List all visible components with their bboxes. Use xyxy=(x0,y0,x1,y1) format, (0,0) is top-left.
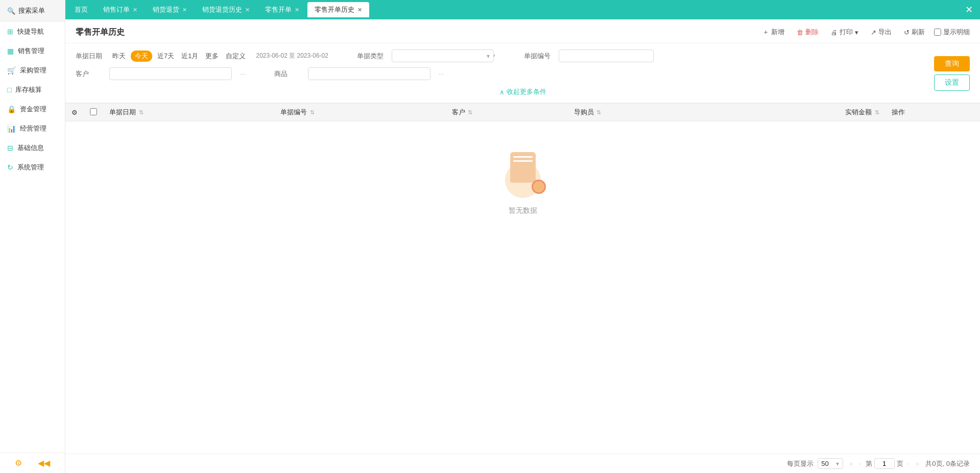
date-range-display: 2023-06-02 至 2023-06-02 xyxy=(256,52,328,60)
col-customer: 客户 ⇅ xyxy=(446,104,568,121)
sidebar-item-label: 销售管理 xyxy=(18,46,44,56)
prev-page-button[interactable]: ‹ xyxy=(857,459,863,468)
operations-icon: 📊 xyxy=(7,125,16,133)
date-btn-custom[interactable]: 自定义 xyxy=(224,51,248,62)
sidebar-item-finance[interactable]: 🔒 资金管理 xyxy=(0,99,65,119)
goods-dots-btn[interactable]: ··· xyxy=(439,70,444,78)
page-suffix: 页 xyxy=(897,459,903,468)
tab-retail-open-history-close[interactable]: ✕ xyxy=(357,7,362,13)
type-select[interactable] xyxy=(392,49,494,62)
empty-state: 暂无数据 xyxy=(65,121,980,246)
col-date: 单据日期 ⇅ xyxy=(103,104,274,121)
quick-nav-icon: ⊞ xyxy=(7,28,13,36)
sidebar-item-label: 快捷导航 xyxy=(17,27,44,36)
inventory-icon: □ xyxy=(7,86,11,94)
date-btn-today[interactable]: 今天 xyxy=(131,51,152,62)
date-btn-yesterday[interactable]: 昨天 xyxy=(110,51,128,62)
add-button[interactable]: ＋ 新增 xyxy=(759,26,787,39)
tab-sales-return-history-label: 销货退货历史 xyxy=(202,5,242,14)
collapse-filter-btn[interactable]: ∧ 收起更多条件 xyxy=(499,87,546,96)
tab-sales-return-close[interactable]: ✕ xyxy=(182,7,187,13)
total-info: 共0页, 0条记录 xyxy=(925,459,970,468)
sidebar-item-quick-nav[interactable]: ⊞ 快捷导航 xyxy=(0,22,65,41)
tab-retail-open[interactable]: 零售开单 ✕ xyxy=(258,2,306,17)
tab-retail-open-history[interactable]: 零售开单历史 ✕ xyxy=(307,2,369,17)
sidebar-search-btn[interactable]: 🔍 搜索采单 xyxy=(0,0,65,22)
tab-bar: 首页 销售订单 ✕ 销货退货 ✕ 销货退货历史 ✕ 零售开单 ✕ 零售开单历史 … xyxy=(65,0,980,19)
sidebar-bottom: ⚙ ◀◀ xyxy=(0,453,65,473)
action-buttons: 查询 设置 xyxy=(934,56,970,91)
sidebar-item-sales-mgmt[interactable]: ▦ 销售管理 xyxy=(0,41,65,61)
col-number-sort-icon[interactable]: ⇅ xyxy=(310,109,315,115)
sidebar-item-label: 系统管理 xyxy=(17,163,44,172)
tab-sales-order[interactable]: 销售订单 ✕ xyxy=(96,2,145,17)
collapse-sidebar-icon[interactable]: ◀◀ xyxy=(38,458,50,468)
sidebar-item-label: 采购管理 xyxy=(20,66,46,75)
tab-home[interactable]: 首页 xyxy=(67,2,95,17)
customer-dots-btn[interactable]: ··· xyxy=(240,70,246,78)
date-btn-7days[interactable]: 近7天 xyxy=(155,51,176,62)
sidebar-item-inventory[interactable]: □ 库存核算 xyxy=(0,80,65,99)
tab-sales-return-history[interactable]: 销货退货历史 ✕ xyxy=(195,2,257,17)
first-page-button[interactable]: « xyxy=(847,459,855,468)
empty-icon-document xyxy=(510,152,536,183)
empty-icon-magnify xyxy=(532,180,546,194)
collapse-up-icon: ∧ xyxy=(499,88,505,96)
empty-text: 暂无数据 xyxy=(509,206,537,215)
sidebar-item-purchase-mgmt[interactable]: 🛒 采购管理 xyxy=(0,61,65,80)
sales-icon: ▦ xyxy=(7,47,14,55)
display-label: 显示明细 xyxy=(943,28,970,37)
sidebar-item-label: 经营管理 xyxy=(20,124,46,133)
export-button[interactable]: ↗ 导出 xyxy=(868,26,895,39)
display-toggle[interactable]: 显示明细 xyxy=(934,28,970,37)
filter-area: 单据日期 昨天 今天 近7天 近1月 更多 自定义 2023-06-02 至 2… xyxy=(65,43,980,103)
page-label: 第 xyxy=(866,459,872,468)
date-btn-1month[interactable]: 近1月 xyxy=(179,51,200,62)
window-close-button[interactable]: ✕ xyxy=(960,4,978,15)
tab-sales-return-history-close[interactable]: ✕ xyxy=(245,7,250,13)
tab-sales-order-close[interactable]: ✕ xyxy=(133,7,137,13)
select-all-checkbox[interactable] xyxy=(90,108,97,115)
tab-retail-open-close[interactable]: ✕ xyxy=(295,7,299,13)
sidebar-item-basic-info[interactable]: ⊟ 基础信息 xyxy=(0,138,65,158)
tab-sales-return[interactable]: 销货退货 ✕ xyxy=(146,2,194,17)
tab-sales-return-label: 销货退货 xyxy=(153,5,179,14)
col-guide-sort-icon[interactable]: ⇅ xyxy=(596,109,601,115)
refresh-button[interactable]: ↺ 刷新 xyxy=(901,26,928,39)
type-filter-label: 单据类型 xyxy=(357,52,384,61)
delete-button[interactable]: 🗑 删除 xyxy=(794,26,822,39)
refresh-icon: ↺ xyxy=(904,29,910,36)
next-page-button[interactable]: › xyxy=(905,459,912,468)
per-page-select[interactable]: 10 20 50 100 xyxy=(818,458,843,469)
refresh-label: 刷新 xyxy=(912,28,925,37)
settings-button[interactable]: 设置 xyxy=(934,74,970,91)
tab-home-label: 首页 xyxy=(75,5,88,14)
sidebar-item-system[interactable]: ↻ 系统管理 xyxy=(0,158,65,177)
table-checkbox-header xyxy=(84,104,103,121)
sidebar-item-operations[interactable]: 📊 经营管理 xyxy=(0,119,65,138)
col-amount-sort-icon[interactable]: ⇅ xyxy=(875,109,879,115)
system-icon: ↻ xyxy=(7,163,13,171)
customer-input[interactable] xyxy=(109,67,232,80)
last-page-button[interactable]: » xyxy=(914,459,921,468)
number-input[interactable] xyxy=(559,49,654,62)
col-date-sort-icon[interactable]: ⇅ xyxy=(139,109,144,115)
header-actions: ＋ 新增 🗑 删除 🖨 打印 ▾ ↗ 导出 ↺ 刷新 xyxy=(759,26,970,39)
goods-filter-label: 商品 xyxy=(274,69,300,79)
print-dropdown-icon: ▾ xyxy=(855,29,858,36)
settings-gear-icon[interactable]: ⚙ xyxy=(15,458,22,468)
number-filter-label: 单据编号 xyxy=(524,52,551,61)
export-icon: ↗ xyxy=(871,29,876,36)
delete-label: 删除 xyxy=(805,28,819,37)
date-btn-more[interactable]: 更多 xyxy=(203,51,221,62)
col-customer-sort-icon[interactable]: ⇅ xyxy=(468,109,472,115)
col-actions: 操作 xyxy=(886,104,980,121)
display-checkbox[interactable] xyxy=(934,29,941,36)
table-settings-icon[interactable]: ⚙ xyxy=(71,109,78,116)
query-button[interactable]: 查询 xyxy=(934,56,970,71)
goods-input[interactable] xyxy=(308,67,431,80)
col-date-label: 单据日期 xyxy=(109,108,136,116)
filter-row-1: 单据日期 昨天 今天 近7天 近1月 更多 自定义 2023-06-02 至 2… xyxy=(76,49,970,62)
print-button[interactable]: 🖨 打印 ▾ xyxy=(828,26,862,39)
page-number-input[interactable] xyxy=(874,458,895,469)
